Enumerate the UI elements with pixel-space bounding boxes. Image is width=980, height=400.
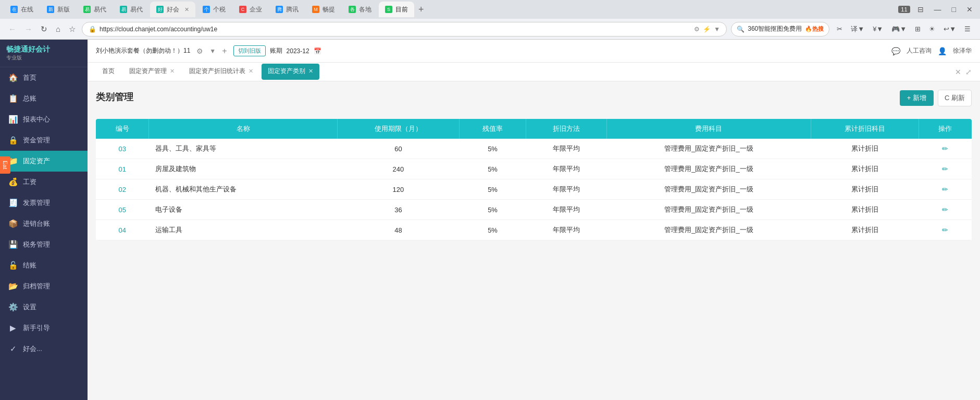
sidebar-item-ledger[interactable]: 📋 总账: [0, 88, 88, 109]
calendar-icon[interactable]: 📅: [314, 47, 321, 55]
edit-row1-btn[interactable]: ✏: [942, 165, 948, 173]
back-btn[interactable]: ←: [6, 23, 18, 34]
sidebar-item-reports[interactable]: 📊 报表中心: [0, 109, 88, 130]
edit-row2-btn[interactable]: ✏: [942, 185, 948, 193]
dropdown-arrow-icon[interactable]: ▼: [209, 47, 216, 55]
row4-code[interactable]: 04: [96, 220, 149, 240]
sidebar-item-settings-label: 设置: [23, 302, 36, 312]
sidebar-item-extra[interactable]: ✓ 好会...: [0, 338, 88, 359]
wallet-btn[interactable]: ¥▼: [870, 24, 886, 34]
row0-name: 器具、工具、家具等: [149, 139, 338, 159]
browser-tab-0[interactable]: 在 在线: [4, 2, 40, 17]
edit-row4-btn[interactable]: ✏: [942, 226, 948, 234]
close-window-btn[interactable]: ✕: [963, 4, 976, 15]
url-dropdown-icon[interactable]: ▼: [714, 26, 720, 33]
col-period: 使用期限（月）: [338, 119, 459, 139]
edit-row3-btn[interactable]: ✏: [942, 205, 948, 214]
row0-code[interactable]: 03: [96, 139, 149, 159]
row0-action: ✏: [919, 139, 972, 159]
row0-expense: 管理费用_固定资产折旧_一级: [607, 139, 811, 159]
browser-tab-3[interactable]: 易 易代: [114, 2, 149, 17]
sidebar-item-guide[interactable]: ▶ 新手引导: [0, 318, 88, 338]
add-company-btn[interactable]: +: [222, 46, 227, 56]
sidebar-item-fixed-assets[interactable]: 📁 固定资产: [0, 151, 88, 172]
sidebar-item-salary[interactable]: 💰 工资: [0, 172, 88, 192]
games-btn[interactable]: 🎮▼: [888, 24, 910, 34]
sidebar-item-funds[interactable]: 🔒 资金管理: [0, 130, 88, 151]
row2-code[interactable]: 02: [96, 179, 149, 200]
search-bar[interactable]: 🔍 360智能抠图免费用 🔥热搜: [731, 22, 829, 37]
tab-close-4[interactable]: ✕: [184, 6, 189, 13]
browser-tab-5[interactable]: 个 个税: [196, 2, 232, 17]
row0-accum: 累计折旧: [811, 139, 919, 159]
page-tab-assets-mgmt[interactable]: 固定资产管理 ✕: [123, 64, 181, 80]
tab-label-9: 各地: [359, 5, 371, 14]
reload-btn[interactable]: ↻: [39, 23, 49, 35]
row1-code[interactable]: 01: [96, 159, 149, 179]
home-btn[interactable]: ⌂: [54, 23, 63, 34]
tab-label-6: 企业: [250, 5, 262, 14]
sidebar-item-purchases[interactable]: 📦 进销台账: [0, 213, 88, 234]
page-tab-depreciation[interactable]: 固定资产折旧统计表 ✕: [183, 64, 259, 80]
expand-tabs-btn[interactable]: ⤢: [965, 68, 972, 76]
row3-name: 电子设备: [149, 200, 338, 220]
page-tab-category[interactable]: 固定资产类别 ✕: [262, 64, 319, 80]
sidebar-item-fixed-assets-label: 固定资产: [23, 156, 50, 166]
scissors-btn[interactable]: ✂: [834, 24, 846, 34]
tab-settings-btn[interactable]: ⊟: [914, 4, 927, 15]
url-bar[interactable]: 🔒 https://cloud.chanjet.com/accounting/u…: [82, 22, 727, 37]
menu-btn[interactable]: ☰: [961, 24, 974, 34]
reports-icon: 📊: [8, 115, 18, 124]
add-category-btn[interactable]: + 新增: [900, 90, 934, 106]
translate-btn[interactable]: 译▼: [848, 23, 867, 35]
tab-count-badge[interactable]: 11: [898, 6, 910, 13]
sidebar-item-closing[interactable]: 🔓 结账: [0, 255, 88, 276]
browser-tab-1[interactable]: 新 新版: [41, 2, 76, 17]
tab-label-3: 易代: [130, 5, 143, 14]
close-tab-assets-mgmt[interactable]: ✕: [170, 68, 175, 75]
sidebar-item-invoice[interactable]: 🧾 发票管理: [0, 192, 88, 213]
browser-tab-2[interactable]: 易 易代: [77, 2, 113, 17]
tab-favicon-0: 在: [10, 6, 18, 13]
row3-method: 年限平均: [526, 200, 607, 220]
page-tab-home[interactable]: 首页: [96, 64, 121, 80]
consult-label[interactable]: 人工咨询: [907, 46, 932, 55]
version-switch-btn[interactable]: 切到旧版: [233, 45, 266, 56]
sidebar-logo: 畅捷通好会计 专业版: [0, 40, 88, 67]
browser-tab-6[interactable]: C 企业: [233, 2, 268, 17]
minimize-btn[interactable]: —: [931, 4, 945, 15]
grid-btn[interactable]: ⊞: [912, 24, 924, 34]
bookmark-btn[interactable]: ☆: [67, 23, 78, 35]
sidebar-item-home[interactable]: 🏠 首页: [0, 67, 88, 88]
page-tabs: 首页 固定资产管理 ✕ 固定资产折旧统计表 ✕ 固定资产类别 ✕ ✕ ⤢: [88, 63, 980, 81]
data-table: 编号 名称 使用期限（月） 残值率 折旧方法 费用科目 累计折旧科目 操作 03…: [96, 119, 972, 240]
row1-method: 年限平均: [526, 159, 607, 179]
theme-btn[interactable]: ☀: [926, 24, 938, 34]
browser-tab-7[interactable]: 腾 腾讯: [269, 2, 305, 17]
sidebar-item-settings[interactable]: ⚙️ 设置: [0, 297, 88, 318]
sidebar-item-tax[interactable]: 💾 税务管理: [0, 234, 88, 255]
maximize-btn[interactable]: □: [949, 4, 959, 15]
row1-name: 房屋及建筑物: [149, 159, 338, 179]
browser-tab-8[interactable]: M 畅提: [306, 2, 341, 17]
closing-icon: 🔓: [8, 261, 18, 270]
close-tab-depreciation[interactable]: ✕: [249, 68, 253, 75]
browser-tab-10[interactable]: S 目前: [379, 2, 414, 17]
close-tab-category[interactable]: ✕: [308, 68, 313, 75]
browser-tab-9[interactable]: 各 各地: [342, 2, 378, 17]
refresh-btn[interactable]: C 刷新: [938, 90, 972, 106]
history-btn[interactable]: ↩▼: [940, 24, 959, 34]
close-all-tabs-btn[interactable]: ✕: [955, 68, 961, 76]
new-tab-button[interactable]: +: [415, 4, 427, 15]
col-action: 操作: [919, 119, 972, 139]
row3-code[interactable]: 05: [96, 200, 149, 220]
extra-icon: ✓: [8, 344, 18, 354]
forward-btn[interactable]: →: [22, 23, 34, 34]
edit-row0-btn[interactable]: ✏: [942, 144, 948, 153]
browser-tab-4[interactable]: 好 好会 ✕: [150, 2, 195, 17]
sidebar-item-archive[interactable]: 📂 归档管理: [0, 276, 88, 297]
tab-favicon-7: 腾: [276, 6, 283, 13]
floating-tab-eat[interactable]: Eat: [0, 156, 10, 174]
settings-gear-icon[interactable]: ⚙: [196, 47, 203, 55]
toolbar-buttons: ✂ 译▼ ¥▼ 🎮▼ ⊞ ☀ ↩▼ ☰: [834, 23, 974, 35]
